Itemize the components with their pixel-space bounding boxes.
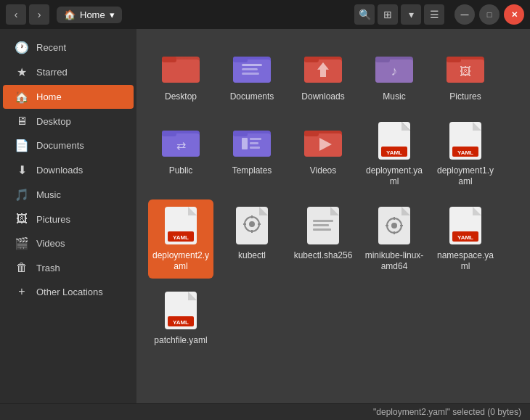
file-kubectl-label: kubectl — [238, 250, 266, 262]
file-patchfile-yaml-label: patchfile.yaml — [154, 335, 207, 347]
svg-rect-9 — [242, 73, 259, 75]
folder-downloads[interactable]: Downloads — [290, 41, 356, 109]
svg-rect-35 — [304, 131, 319, 136]
sidebar-label-recent: Recent — [36, 42, 66, 53]
namespace-yaml-icon: YAML — [448, 205, 483, 246]
sidebar-item-desktop[interactable]: 🖥 Desktop — [3, 110, 134, 133]
window-controls: — □ ✕ — [454, 4, 524, 25]
folder-templates[interactable]: Templates — [219, 115, 285, 194]
sidebar-item-starred[interactable]: ★ Starred — [3, 60, 134, 84]
sidebar-item-videos[interactable]: 🎬 Videos — [3, 231, 134, 255]
minimize-button[interactable]: — — [454, 4, 475, 25]
folder-public-label: Public — [169, 165, 193, 177]
patchfile-yaml-icon: YAML — [163, 290, 198, 331]
svg-text:YAML: YAML — [173, 234, 189, 241]
folder-videos-label: Videos — [310, 165, 336, 177]
sidebar-label-home: Home — [36, 91, 62, 102]
sidebar-item-other-locations[interactable]: + Other Locations — [3, 280, 134, 303]
svg-rect-28 — [233, 131, 248, 136]
sidebar-item-home[interactable]: 🏠 Home — [3, 85, 134, 109]
yaml-file-icon-1: YAML — [377, 120, 412, 161]
svg-rect-5 — [233, 59, 271, 83]
folder-music[interactable]: ♪ Music — [362, 41, 427, 109]
folder-music-label: Music — [383, 91, 405, 103]
svg-rect-62 — [313, 224, 329, 226]
folder-desktop-label: Desktop — [165, 91, 197, 103]
trash-icon: 🗑 — [15, 261, 29, 274]
file-deployment1-yaml[interactable]: YAML deployment1.yaml — [433, 115, 498, 194]
svg-rect-61 — [313, 220, 333, 222]
svg-text:♪: ♪ — [391, 64, 398, 78]
svg-text:YAML: YAML — [457, 149, 473, 156]
svg-rect-63 — [313, 228, 331, 231]
svg-rect-32 — [250, 147, 260, 149]
file-patchfile-yaml[interactable]: YAML patchfile.yaml — [148, 284, 213, 353]
file-minikube[interactable]: minikube-linux-amd64 — [362, 199, 427, 279]
svg-text:YAML: YAML — [386, 149, 402, 156]
forward-button[interactable]: › — [29, 4, 49, 25]
file-namespace-yaml[interactable]: YAML namespace.yaml — [433, 199, 498, 279]
location-bar[interactable]: 🏠 Home ▾ — [57, 7, 122, 23]
file-kubectl[interactable]: kubectl — [219, 199, 285, 279]
svg-rect-31 — [250, 142, 258, 144]
sidebar-item-documents[interactable]: 📄 Documents — [3, 133, 134, 157]
sidebar-label-pictures: Pictures — [36, 214, 70, 225]
svg-rect-6 — [233, 57, 248, 62]
view-button[interactable]: ⊞ — [378, 4, 398, 25]
back-button[interactable]: ‹ — [6, 4, 26, 25]
svg-text:YAML: YAML — [457, 234, 473, 241]
svg-rect-16 — [375, 57, 390, 62]
folder-templates-label: Templates — [232, 165, 272, 177]
folder-videos[interactable]: Videos — [290, 115, 356, 194]
sidebar-label-videos: Videos — [36, 238, 65, 249]
sidebar-item-pictures[interactable]: 🖼 Pictures — [3, 207, 134, 231]
toolbar-actions: 🔍 ⊞ ▾ ☰ — [354, 4, 444, 25]
sidebar-item-trash[interactable]: 🗑 Trash — [3, 256, 134, 279]
sidebar-label-trash: Trash — [36, 263, 60, 273]
file-deployment-yaml[interactable]: YAML deployment.yaml — [362, 115, 427, 194]
file-kubectl-sha256-label: kubectl.sha256 — [294, 250, 353, 262]
file-grid: Desktop Documents — [148, 41, 518, 353]
folder-downloads-label: Downloads — [301, 91, 344, 103]
yaml-file-icon-3: YAML — [163, 205, 198, 246]
sidebar-label-music: Music — [36, 189, 61, 200]
maximize-button[interactable]: □ — [479, 4, 500, 25]
svg-rect-12 — [304, 57, 319, 62]
search-button[interactable]: 🔍 — [354, 4, 375, 25]
svg-rect-24 — [162, 131, 176, 136]
folder-templates-icon — [232, 123, 272, 158]
music-icon: 🎵 — [15, 188, 29, 202]
home-icon: 🏠 — [64, 9, 76, 20]
sidebar-label-starred: Starred — [36, 67, 68, 78]
other-locations-icon: + — [15, 285, 29, 298]
kubectl-file-icon — [235, 205, 269, 246]
yaml-file-icon-2: YAML — [448, 120, 483, 161]
file-kubectl-sha256[interactable]: kubectl.sha256 — [290, 199, 356, 279]
view-arrow-button[interactable]: ▾ — [401, 4, 421, 25]
sidebar-item-downloads[interactable]: ⬇ Downloads — [3, 158, 134, 182]
content-area: Desktop Documents — [136, 29, 530, 403]
sidebar-item-music[interactable]: 🎵 Music — [3, 183, 134, 207]
sha256-file-icon — [306, 205, 341, 246]
folder-public[interactable]: ⇄ Public — [148, 115, 213, 194]
menu-button[interactable]: ☰ — [424, 4, 444, 25]
file-minikube-label: minikube-linux-amd64 — [364, 250, 424, 273]
folder-documents[interactable]: Documents — [219, 41, 285, 109]
file-namespace-yaml-label: namespace.yaml — [436, 250, 495, 273]
file-deployment2-yaml[interactable]: YAML deployment2.yaml — [148, 199, 213, 279]
home-nav-icon: 🏠 — [15, 90, 29, 104]
file-deployment2-yaml-label: deployment2.yaml — [151, 250, 211, 273]
recent-icon: 🕐 — [15, 41, 29, 54]
folder-desktop[interactable]: Desktop — [148, 41, 213, 109]
folder-pictures[interactable]: 🖼 Pictures — [433, 41, 498, 109]
starred-icon: ★ — [15, 65, 29, 79]
folder-documents-icon — [232, 49, 272, 84]
sidebar-item-recent[interactable]: 🕐 Recent — [3, 36, 134, 59]
sidebar-label-desktop: Desktop — [36, 116, 71, 127]
svg-point-54 — [249, 221, 255, 227]
svg-text:YAML: YAML — [173, 319, 189, 326]
sidebar-label-downloads: Downloads — [36, 165, 83, 176]
close-button[interactable]: ✕ — [504, 4, 524, 25]
documents-icon: 📄 — [15, 139, 29, 152]
folder-pictures-label: Pictures — [449, 91, 481, 103]
